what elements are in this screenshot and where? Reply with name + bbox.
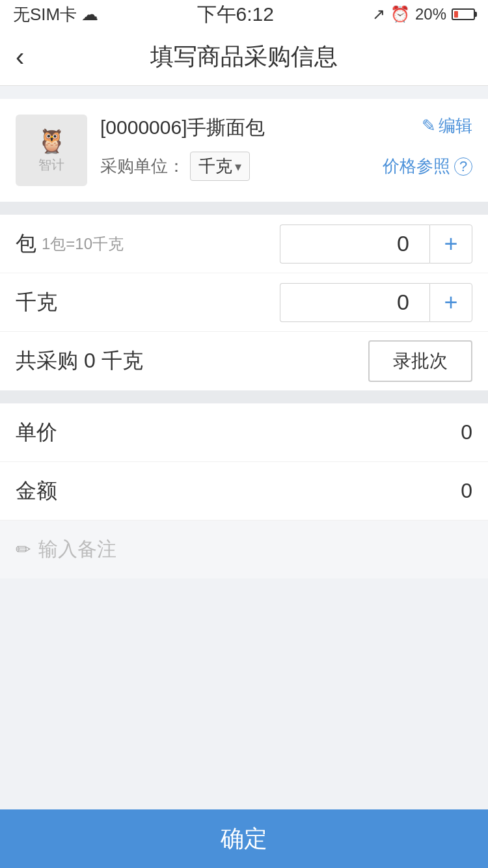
total-row: 共采购 0 千克 录批次: [0, 332, 488, 390]
total-unit: 千克: [102, 349, 143, 372]
dropdown-arrow-icon: ▾: [235, 159, 241, 174]
back-button[interactable]: ‹: [16, 42, 24, 72]
amount-row: 金额 0: [0, 462, 488, 521]
unit-left: 采购单位： 千克 ▾: [100, 152, 250, 181]
amount-value: 0: [461, 479, 472, 503]
amount-label: 金额: [16, 477, 461, 506]
status-right: ↗ ⏰ 20%: [372, 5, 475, 23]
alarm-icon: ⏰: [390, 5, 410, 23]
content-area: [0, 578, 488, 813]
pencil-icon: ✏: [16, 539, 31, 560]
price-ref-label: 价格参照: [383, 155, 450, 178]
unit-price-label: 单价: [16, 418, 461, 447]
total-text: 共采购 0 千克: [16, 347, 368, 375]
kg-plus-button[interactable]: +: [429, 283, 472, 322]
battery-percent: 20%: [415, 5, 446, 23]
confirm-button[interactable]: 确定: [0, 809, 488, 868]
price-ref-info-icon: ?: [454, 157, 472, 176]
bag-label: 包: [16, 230, 36, 258]
thumb-text: 智计: [38, 156, 64, 174]
back-arrow-icon: ‹: [16, 42, 24, 72]
status-bar: 无SIM卡 ☁ 下午6:12 ↗ ⏰ 20%: [0, 0, 488, 29]
product-unit-row: 采购单位： 千克 ▾ 价格参照 ?: [100, 152, 472, 181]
thumb-inner: 🦉 智计: [37, 128, 66, 174]
bag-input-right: +: [280, 224, 472, 264]
note-placeholder: 输入备注: [38, 536, 116, 563]
bag-sublabel: 1包=10千克: [42, 234, 280, 254]
edit-label: 编辑: [439, 115, 472, 137]
page-title: 填写商品采购信息: [150, 41, 338, 73]
kg-input-right: +: [280, 283, 472, 322]
kg-input-row: 千克 +: [0, 273, 488, 332]
unit-value: 千克: [198, 155, 232, 178]
status-left: 无SIM卡 ☁: [13, 3, 98, 26]
unit-price-value: 0: [461, 420, 472, 444]
total-amount: 0: [84, 349, 102, 372]
battery-icon: [452, 8, 475, 20]
section-divider-1: [0, 202, 488, 215]
total-label: 共采购: [16, 349, 84, 372]
status-time: 下午6:12: [197, 1, 274, 28]
kg-label: 千克: [16, 288, 57, 317]
batch-label: 录批次: [393, 349, 448, 373]
product-thumbnail: 🦉 智计: [16, 115, 87, 186]
bag-input[interactable]: [280, 224, 429, 264]
edit-icon: ✎: [422, 116, 436, 136]
kg-input[interactable]: [280, 283, 429, 322]
nav-bar: ‹ 填写商品采购信息: [0, 29, 488, 86]
confirm-label: 确定: [221, 823, 267, 855]
product-info: [0000006]手撕面包 ✎ 编辑 采购单位： 千克 ▾ 价格参照 ?: [100, 115, 472, 181]
edit-button[interactable]: ✎ 编辑: [422, 115, 472, 137]
product-name-row: [0000006]手撕面包 ✎ 编辑: [100, 115, 472, 141]
bag-plus-icon: +: [444, 230, 457, 258]
unit-select[interactable]: 千克 ▾: [190, 152, 250, 181]
product-card: 🦉 智计 [0000006]手撕面包 ✎ 编辑 采购单位： 千克 ▾ 价格参照 …: [0, 99, 488, 202]
owl-icon: 🦉: [37, 128, 66, 155]
product-name: [0000006]手撕面包: [100, 115, 265, 141]
note-row[interactable]: ✏ 输入备注: [0, 521, 488, 578]
bag-input-row: 包 1包=10千克 +: [0, 215, 488, 273]
unit-label: 采购单位：: [100, 155, 185, 178]
price-ref-button[interactable]: 价格参照 ?: [383, 155, 472, 178]
bag-plus-button[interactable]: +: [429, 224, 472, 264]
unit-price-row: 单价 0: [0, 403, 488, 462]
location-icon: ↗: [372, 5, 385, 23]
batch-button[interactable]: 录批次: [368, 340, 472, 382]
section-divider-2: [0, 390, 488, 403]
sim-status: 无SIM卡 ☁: [13, 3, 98, 26]
kg-plus-icon: +: [444, 289, 457, 316]
